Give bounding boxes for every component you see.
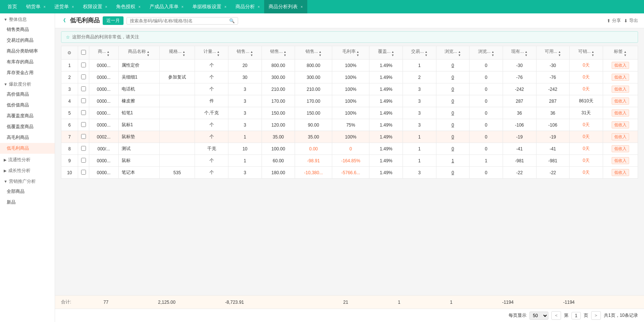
- row-views1[interactable]: 0: [436, 119, 470, 131]
- row-checkbox[interactable]: [78, 167, 89, 179]
- nav-close-permissions[interactable]: ×: [105, 5, 108, 9]
- sidebar-item-traded-products[interactable]: 交易过的商品: [0, 35, 55, 46]
- row-select-checkbox[interactable]: [81, 122, 86, 127]
- sidebar-item-high-value[interactable]: 高价值商品: [0, 89, 55, 100]
- sidebar-item-sales-products[interactable]: 销售类商品: [0, 24, 55, 35]
- row-current-stock: -106: [503, 119, 536, 131]
- row-select-checkbox[interactable]: [81, 98, 86, 103]
- row-checkbox[interactable]: [78, 107, 89, 119]
- col-sellable[interactable]: 可销...▲▼: [570, 46, 603, 60]
- nav-close-analysis[interactable]: ×: [257, 5, 260, 9]
- sidebar-collapse-button[interactable]: 《: [61, 17, 65, 24]
- row-select-checkbox[interactable]: [81, 134, 86, 139]
- sidebar-item-all-products[interactable]: 全部商品: [0, 186, 55, 197]
- row-select-checkbox[interactable]: [81, 158, 86, 163]
- col-tag[interactable]: 标签▲▼: [603, 46, 638, 60]
- next-page-button[interactable]: ＞: [591, 311, 601, 320]
- sidebar-item-low-coverage[interactable]: 低覆盖度商品: [0, 121, 55, 132]
- col-views2[interactable]: 浏览...▲▼: [470, 46, 503, 60]
- row-sales-profit: -10,380...: [295, 167, 332, 179]
- col-gross-margin[interactable]: 毛利率▲▼: [332, 46, 369, 60]
- sidebar-item-high-margin[interactable]: 高毛利商品: [0, 132, 55, 143]
- nav-item-analysis-list[interactable]: 商品分析列表 ×: [264, 0, 307, 13]
- nav-item-products[interactable]: 产成品入库单 ×: [145, 0, 188, 13]
- col-available[interactable]: 可用...▲▼: [536, 46, 570, 60]
- row-checkbox[interactable]: [78, 83, 89, 95]
- row-select-checkbox[interactable]: [81, 86, 86, 91]
- row-select-checkbox[interactable]: [81, 63, 86, 67]
- row-views1[interactable]: 0: [436, 60, 470, 71]
- nav-close-purchase[interactable]: ×: [72, 5, 74, 9]
- sidebar-item-category-rate[interactable]: 商品分类助销率: [0, 46, 55, 57]
- row-select-checkbox[interactable]: [81, 74, 86, 79]
- settings-column-header[interactable]: ⚙: [61, 46, 78, 60]
- sidebar-item-new-products[interactable]: 新品: [0, 197, 55, 208]
- row-views1[interactable]: 0: [436, 107, 470, 119]
- search-icon[interactable]: 🔍: [229, 18, 235, 23]
- sidebar-item-low-value[interactable]: 低价值商品: [0, 100, 55, 111]
- col-spec[interactable]: 规格...▲▼: [159, 46, 195, 60]
- col-sales-count[interactable]: 销售...▲▼: [228, 46, 262, 60]
- table-row: 8 000/... 测试 千克 10 100.00 0.00 0 1.49% 1…: [61, 143, 638, 155]
- col-unit[interactable]: 计量...▲▼: [195, 46, 228, 60]
- share-button[interactable]: ⬆ 分享: [607, 17, 621, 24]
- nav-item-analysis[interactable]: 商品分析 ×: [231, 0, 264, 13]
- row-select-checkbox[interactable]: [81, 110, 86, 115]
- row-checkbox[interactable]: [78, 119, 89, 131]
- row-checkbox[interactable]: [78, 95, 89, 107]
- sidebar-group-marketing[interactable]: ▼ 营销推广分析: [0, 175, 55, 186]
- nav-item-roles[interactable]: 角色授权 ×: [112, 0, 145, 13]
- nav-item-purchase[interactable]: 进货单 ×: [50, 0, 78, 13]
- sidebar-group-growth[interactable]: ▶ 成长性分析: [0, 165, 55, 175]
- nav-close-sales[interactable]: ×: [44, 5, 46, 9]
- settings-icon[interactable]: ⚙: [67, 50, 71, 55]
- sidebar-item-in-stock[interactable]: 有库存的商品: [0, 57, 55, 67]
- row-checkbox[interactable]: [78, 143, 89, 155]
- row-views1[interactable]: 0: [436, 71, 470, 83]
- filter-recent-month-button[interactable]: 近一月: [103, 16, 124, 25]
- row-current-stock: -76: [503, 71, 536, 83]
- nav-item-permissions[interactable]: 权限设置 ×: [79, 0, 112, 13]
- nav-close-products[interactable]: ×: [182, 5, 184, 9]
- col-current-stock[interactable]: 现有...▲▼: [503, 46, 536, 60]
- col-sales-amount[interactable]: 销售...▲▼: [262, 46, 295, 60]
- col-coverage[interactable]: 覆盖...▲▼: [369, 46, 403, 60]
- row-views1[interactable]: 0: [436, 167, 470, 179]
- sidebar-group-hot[interactable]: ▼ 爆款度分析: [0, 78, 55, 89]
- sidebar-group-overall[interactable]: ▼ 整体信息: [0, 13, 55, 24]
- per-page-select[interactable]: 50 20 100: [529, 312, 548, 320]
- nav-close-roles[interactable]: ×: [138, 5, 141, 9]
- row-checkbox[interactable]: [78, 60, 89, 71]
- row-checkbox[interactable]: [78, 155, 89, 167]
- row-spec: [159, 95, 195, 107]
- nav-item-home[interactable]: 首页: [3, 0, 22, 13]
- sidebar-group-flow[interactable]: ▶ 流通性分析: [0, 154, 55, 165]
- row-select-checkbox[interactable]: [81, 146, 86, 151]
- col-views1[interactable]: 浏览...▲▼: [436, 46, 470, 60]
- nav-close-analysis-list[interactable]: ×: [301, 5, 303, 9]
- row-views1[interactable]: 1: [436, 155, 470, 167]
- export-button[interactable]: ⬇ 导出: [624, 17, 638, 24]
- col-sales-profit[interactable]: 销售...▲▼: [295, 46, 332, 60]
- col-product-code[interactable]: 商...▲▼: [89, 46, 118, 60]
- row-checkbox[interactable]: [78, 71, 89, 83]
- sidebar-item-high-coverage[interactable]: 高覆盖度商品: [0, 111, 55, 121]
- row-product-name: 鼠标: [118, 155, 159, 167]
- row-select-checkbox[interactable]: [81, 170, 86, 175]
- search-input[interactable]: [130, 18, 229, 23]
- col-product-name[interactable]: 商品名称▲▼: [118, 46, 159, 60]
- row-views1[interactable]: 0: [436, 131, 470, 143]
- select-all-checkbox[interactable]: [81, 50, 86, 55]
- row-views1[interactable]: 0: [436, 95, 470, 107]
- sidebar-item-stock-capital[interactable]: 库存资金占用: [0, 67, 55, 78]
- row-checkbox[interactable]: [78, 131, 89, 143]
- chevron-down-icon-2: ▼: [4, 82, 7, 86]
- col-transactions[interactable]: 交易...▲▼: [403, 46, 436, 60]
- sidebar-item-low-margin[interactable]: 低毛利商品: [0, 143, 55, 154]
- nav-item-sales[interactable]: 销货单 ×: [22, 0, 50, 13]
- row-views1[interactable]: 0: [436, 143, 470, 155]
- row-views1[interactable]: 0: [436, 83, 470, 95]
- nav-item-templates[interactable]: 单据模板设置 ×: [188, 0, 231, 13]
- prev-page-button[interactable]: ＜: [551, 311, 561, 320]
- nav-close-templates[interactable]: ×: [224, 5, 227, 9]
